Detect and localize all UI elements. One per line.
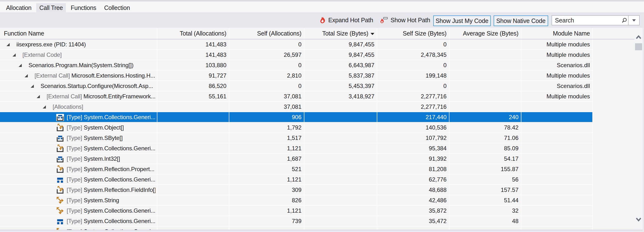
expander-expanded-icon[interactable]	[18, 64, 22, 67]
array-of-class-icon	[56, 124, 64, 131]
name-main: System.Reflection.Propert...	[84, 166, 154, 172]
self-size-cell: 0	[377, 60, 450, 71]
name-prefix: [Type]	[66, 186, 84, 193]
scrollbar-down-arrow[interactable]	[636, 217, 641, 222]
column-header-total-size-bytes[interactable]: Total Size (Bytes)	[304, 28, 377, 39]
table-row[interactable]: Scenarios.Program.Main(System.String[])1…	[0, 60, 634, 71]
tab-allocation[interactable]: Allocation	[3, 3, 34, 12]
magnifier-icon[interactable]	[621, 18, 627, 24]
search-options-dropdown[interactable]	[628, 16, 639, 25]
array-of-struct-icon	[56, 134, 64, 142]
class-icon	[56, 207, 64, 214]
function-name-cell: [Type] System.Collections.Generi...	[0, 143, 158, 154]
filler-cell	[593, 133, 634, 143]
table-row[interactable]: [Type] System.Collections.Generi...	[0, 226, 634, 230]
column-header-function-name[interactable]: Function Name	[0, 28, 158, 39]
avg-cell: 71.06	[450, 133, 522, 143]
sort-descending-icon	[370, 33, 374, 35]
total-cell: 141,483	[158, 39, 229, 50]
self-size-cell: 81,208	[377, 164, 450, 174]
table-row[interactable]: [Type] System.Object[]1,792140,53678.42	[0, 123, 634, 133]
table-row[interactable]: [External Call] Microsoft.EntityFramewor…	[0, 91, 634, 102]
column-header-module-name[interactable]: Module Name	[522, 28, 593, 39]
avg-cell: 56	[450, 174, 522, 185]
avg-cell	[450, 226, 522, 230]
array-of-struct-icon	[56, 155, 64, 163]
module-cell: Scenarios.dll	[522, 60, 593, 71]
toolbar: Expand Hot Path Show Hot Path Show Just …	[0, 12, 644, 28]
column-header-average-size-bytes[interactable]: Average Size (Bytes)	[450, 28, 522, 39]
table-row[interactable]: [Type] System.Reflection.FieldInfo[]3094…	[0, 185, 634, 195]
avg-cell: 155.87	[450, 164, 522, 174]
column-header-total-allocations[interactable]: Total (Allocations)	[158, 28, 229, 39]
table-row[interactable]: [External Code]141,48326,5979,847,4552,4…	[0, 50, 634, 60]
table-row[interactable]: [Type] System.Collections.Generi...1,121…	[0, 206, 634, 216]
self-cell: 0	[229, 39, 304, 50]
self-size-cell: 2,277,716	[377, 102, 450, 112]
table-row[interactable]: [Type] System.Int32[]1,68791,39254.17	[0, 154, 634, 164]
total-cell	[158, 123, 229, 133]
show-hot-path-button[interactable]: Show Hot Path	[380, 12, 430, 28]
scrollbar-up-arrow[interactable]	[636, 35, 641, 39]
column-header-label: Function Name	[4, 30, 44, 37]
function-name-cell: iisexpress.exe (PID: 11404)	[0, 39, 158, 50]
column-header-self-size-bytes[interactable]: Self Size (Bytes)	[377, 28, 450, 39]
tab-functions[interactable]: Functions	[68, 3, 100, 12]
column-header-self-allocations[interactable]: Self (Allocations)	[229, 28, 304, 39]
function-name-cell: [Allocations]	[0, 102, 158, 112]
table-row[interactable]: [Type] System.String82642,48651.44	[0, 195, 634, 206]
filler-cell	[593, 50, 634, 60]
expander-expanded-icon[interactable]	[6, 43, 10, 46]
expander-expanded-icon[interactable]	[24, 74, 28, 78]
table-row[interactable]: [Type] System.Collections.Generi...1,121…	[0, 174, 634, 185]
vertical-scrollbar[interactable]	[634, 28, 642, 230]
table-row[interactable]: [Type] System.Collections.Generi...73935…	[0, 216, 634, 226]
scrollbar-thumb[interactable]	[635, 43, 642, 50]
expander-expanded-icon[interactable]	[36, 95, 40, 98]
total-size-cell: 5,837,387	[304, 71, 377, 81]
self-cell: 1,121	[229, 206, 304, 216]
module-cell: Multiple modules	[522, 71, 593, 81]
table-row[interactable]: [Allocations]37,0812,277,716	[0, 102, 634, 112]
name-prefix: [External Code]	[22, 52, 62, 58]
table-row[interactable]: [Type] System.Collections.Generi...90621…	[0, 112, 634, 123]
tab-call-tree[interactable]: Call Tree	[36, 3, 66, 12]
expander-expanded-icon[interactable]	[42, 105, 46, 109]
table-row[interactable]: [Type] System.SByte[]1,517107,79271.06	[0, 133, 634, 143]
total-cell	[158, 102, 229, 112]
table-row[interactable]: [Type] System.Collections.Generi...1,121…	[0, 143, 634, 154]
table-row[interactable]: Scenarios.Startup.Configure(Microsoft.As…	[0, 81, 634, 91]
module-cell	[522, 154, 593, 164]
table-row[interactable]: [Type] System.Reflection.Propert...52181…	[0, 164, 634, 174]
total-size-cell	[304, 226, 377, 230]
self-cell: 37,081	[229, 91, 304, 102]
array-of-class-icon	[56, 165, 64, 173]
module-cell	[522, 123, 593, 133]
name-prefix: [Type]	[66, 124, 84, 131]
function-name-cell: [External Call] Microsoft.Extensions.Hos…	[0, 71, 158, 81]
self-size-cell: 0	[377, 39, 450, 50]
expander-expanded-icon[interactable]	[12, 53, 16, 57]
tab-collection[interactable]: Collection	[101, 3, 133, 12]
report-tab-bar: Allocation Call Tree Functions Collectio…	[0, 2, 644, 12]
function-name-cell: [Type] System.String	[0, 195, 158, 206]
self-cell: 521	[229, 164, 304, 174]
search-input[interactable]	[552, 16, 624, 25]
table-row[interactable]: iisexpress.exe (PID: 11404)141,48309,847…	[0, 39, 634, 50]
struct-icon	[56, 176, 64, 183]
avg-cell: 157.57	[450, 185, 522, 195]
expand-hot-path-button[interactable]: Expand Hot Path	[320, 12, 373, 28]
show-just-my-code-button[interactable]: Show Just My Code	[433, 16, 491, 26]
show-native-code-button[interactable]: Show Native Code	[494, 16, 548, 26]
avg-cell	[450, 60, 522, 71]
name-prefix: [Type]	[66, 155, 84, 162]
name-main: System.Reflection.FieldInfo[]	[84, 186, 156, 193]
array-of-class-icon	[56, 186, 64, 194]
module-cell	[522, 102, 593, 112]
avg-cell: 51.44	[450, 195, 522, 206]
module-cell: Multiple modules	[522, 91, 593, 102]
self-cell: 1,121	[229, 174, 304, 185]
expander-expanded-icon[interactable]	[30, 84, 34, 88]
table-row[interactable]: [External Call] Microsoft.Extensions.Hos…	[0, 71, 634, 81]
struct-icon	[56, 217, 64, 225]
